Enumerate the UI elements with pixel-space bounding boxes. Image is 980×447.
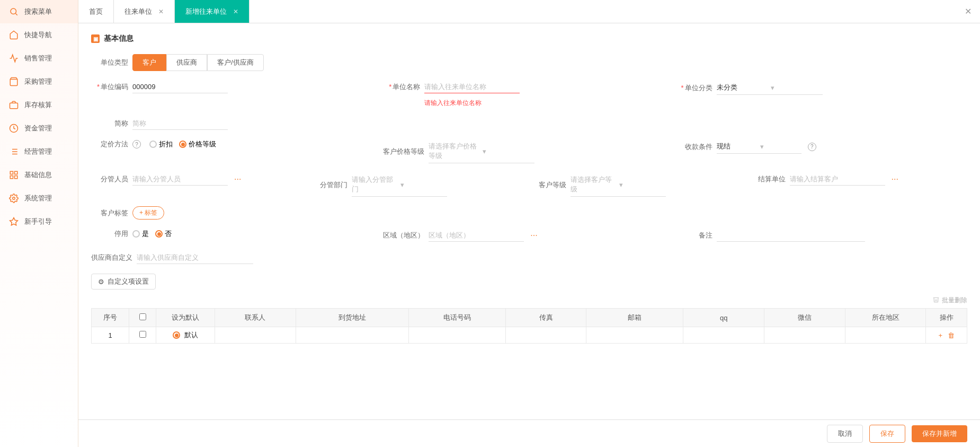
section-title-text: 基本信息 bbox=[104, 34, 133, 43]
svg-rect-12 bbox=[15, 171, 17, 174]
row-region-input[interactable] bbox=[865, 331, 907, 339]
btn-customer[interactable]: 客户 bbox=[132, 54, 166, 71]
unit-code-input[interactable] bbox=[132, 81, 228, 93]
tab-new-partner-close[interactable]: ✕ bbox=[233, 8, 238, 15]
sidebar-item-quicknav[interactable]: 快捷导航 bbox=[0, 23, 78, 47]
row-delete-btn[interactable]: 🗑 bbox=[948, 331, 955, 339]
row-select[interactable] bbox=[139, 331, 146, 338]
settlement-unit-more-btn[interactable]: ··· bbox=[889, 174, 901, 184]
row-fax-input[interactable] bbox=[525, 331, 567, 339]
batch-delete-label[interactable]: 批量删除 bbox=[942, 296, 967, 305]
unit-type-row: 单位类型 客户 供应商 客户/供应商 bbox=[91, 54, 967, 71]
disabled-radio-no[interactable]: 否 bbox=[155, 229, 172, 239]
unit-code-field: *单位编码 bbox=[91, 81, 383, 93]
row-qq-input[interactable] bbox=[702, 331, 745, 339]
sidebar-item-basic[interactable]: 基础信息 bbox=[0, 163, 78, 187]
tab-home[interactable]: 首页 bbox=[78, 0, 114, 23]
sidebar-item-label: 经营管理 bbox=[24, 147, 52, 156]
window-close-button[interactable]: ✕ bbox=[956, 0, 980, 23]
supplier-custom-input[interactable] bbox=[137, 251, 253, 264]
sidebar-item-inventory[interactable]: 库存核算 bbox=[0, 93, 78, 117]
payment-condition-label: 收款条件 bbox=[675, 142, 712, 152]
pricing-level-circle bbox=[179, 141, 186, 148]
payment-condition-select[interactable]: 现结 ▾ bbox=[717, 139, 801, 154]
pricing-help-icon[interactable]: ? bbox=[132, 140, 141, 148]
sidebar-item-purchase[interactable]: 采购管理 bbox=[0, 70, 78, 93]
home-icon bbox=[8, 30, 19, 40]
row-default-circle bbox=[173, 331, 180, 339]
note-input[interactable] bbox=[717, 229, 865, 242]
department-field: 分管部门 请输入分管部门 ▾ bbox=[310, 173, 530, 197]
unit-name-input[interactable] bbox=[424, 81, 520, 93]
unit-category-label: *单位分类 bbox=[675, 83, 712, 93]
settlement-unit-input[interactable] bbox=[790, 173, 885, 186]
department-select[interactable]: 请输入分管部门 ▾ bbox=[352, 173, 447, 197]
row-phone-input[interactable] bbox=[431, 331, 484, 339]
save-button[interactable]: 保存 bbox=[869, 425, 905, 443]
payment-help-icon[interactable]: ? bbox=[808, 143, 816, 151]
tab-partner[interactable]: 往来单位 ✕ bbox=[114, 0, 175, 23]
sidebar-item-label: 采购管理 bbox=[24, 77, 52, 86]
note-label: 备注 bbox=[675, 231, 712, 240]
sidebar-item-finance[interactable]: 资金管理 bbox=[0, 117, 78, 140]
tab-partner-close[interactable]: ✕ bbox=[158, 8, 164, 15]
tab-partner-label: 往来单位 bbox=[124, 7, 152, 16]
sidebar-item-search[interactable]: 搜索菜单 bbox=[0, 0, 78, 23]
customer-level-placeholder: 请选择客户等级 bbox=[571, 175, 617, 194]
row-email bbox=[586, 327, 683, 344]
row-add-btn[interactable]: + bbox=[939, 331, 943, 339]
row-default-label: 默认 bbox=[184, 330, 198, 340]
tag-row: 客户标签 + 标签 bbox=[91, 206, 967, 220]
payment-condition-value: 现结 bbox=[717, 142, 758, 151]
table-select-all[interactable] bbox=[139, 313, 146, 320]
settlement-unit-field: 结算单位 ··· bbox=[749, 173, 968, 186]
table-row: 1 默认 bbox=[92, 327, 967, 344]
tab-new-partner[interactable]: 新增往来单位 ✕ bbox=[175, 0, 250, 23]
short-name-input[interactable] bbox=[132, 117, 228, 130]
custom-setting-button[interactable]: ⚙ 自定义项设置 bbox=[91, 274, 156, 290]
pricing-radio-discount[interactable]: 折扣 bbox=[149, 139, 173, 149]
row-contact-input[interactable] bbox=[234, 331, 277, 339]
unit-category-select[interactable]: 未分类 ▾ bbox=[717, 81, 823, 95]
sidebar-item-label: 搜索菜单 bbox=[24, 7, 52, 16]
unit-name-error: 请输入往来单位名称 bbox=[424, 99, 482, 108]
svg-marker-16 bbox=[10, 218, 18, 225]
customer-price-level-select[interactable]: 请选择客户价格等级 ▾ bbox=[429, 139, 534, 163]
row-default-radio[interactable]: 默认 bbox=[162, 330, 209, 340]
sidebar-item-operations[interactable]: 经营管理 bbox=[0, 140, 78, 163]
disabled-yes-label: 是 bbox=[142, 229, 149, 239]
batch-delete-area: 批量删除 bbox=[91, 296, 967, 305]
save-new-button[interactable]: 保存并新增 bbox=[912, 425, 967, 442]
disabled-radio-yes[interactable]: 是 bbox=[132, 229, 149, 239]
col-action: 操作 bbox=[926, 309, 967, 327]
tab-home-label: 首页 bbox=[89, 7, 103, 16]
manager-field: 分管人员 ··· bbox=[91, 173, 310, 186]
pricing-radio-level[interactable]: 价格等级 bbox=[179, 139, 216, 149]
main-content: 首页 往来单位 ✕ 新增往来单位 ✕ ✕ ▣ 基本信息 单位类型 客户 供应商 … bbox=[78, 0, 980, 447]
customer-level-select[interactable]: 请选择客户等级 ▾ bbox=[571, 173, 666, 197]
btn-both[interactable]: 客户/供应商 bbox=[207, 54, 264, 71]
sidebar-item-system[interactable]: 系统管理 bbox=[0, 187, 78, 210]
sidebar-item-newbie[interactable]: 新手引导 bbox=[0, 210, 78, 233]
row-wechat-input[interactable] bbox=[783, 331, 826, 339]
box-icon bbox=[8, 100, 19, 110]
disabled-row: 停用 是 否 区域（地区） ··· 备注 bbox=[91, 229, 967, 242]
add-tag-button[interactable]: + 标签 bbox=[132, 206, 164, 220]
cancel-button[interactable]: 取消 bbox=[827, 425, 863, 443]
pricing-row: 定价方法 ? 折扣 价格等级 客户价格等级 请选择客户价格等 bbox=[91, 139, 967, 163]
disabled-field: 停用 是 否 bbox=[91, 229, 383, 239]
region-more-btn[interactable]: ··· bbox=[528, 231, 539, 240]
row-phone bbox=[408, 327, 505, 344]
btn-supplier[interactable]: 供应商 bbox=[166, 54, 207, 71]
row-email-input[interactable] bbox=[608, 331, 661, 339]
disabled-yes-circle bbox=[132, 230, 140, 238]
unit-info-row: *单位编码 *单位名称 请输入往来单位名称 *单位分类 未分类 ▾ bbox=[91, 81, 967, 108]
col-region: 所在地区 bbox=[845, 309, 926, 327]
manager-more-btn[interactable]: ··· bbox=[232, 174, 243, 184]
customer-price-level-placeholder: 请选择客户价格等级 bbox=[429, 142, 480, 161]
manager-input[interactable] bbox=[132, 173, 228, 186]
sidebar-item-sales[interactable]: 销售管理 bbox=[0, 47, 78, 70]
disabled-no-circle bbox=[155, 230, 163, 238]
row-address-input[interactable] bbox=[320, 331, 384, 339]
region-input[interactable] bbox=[429, 229, 524, 242]
